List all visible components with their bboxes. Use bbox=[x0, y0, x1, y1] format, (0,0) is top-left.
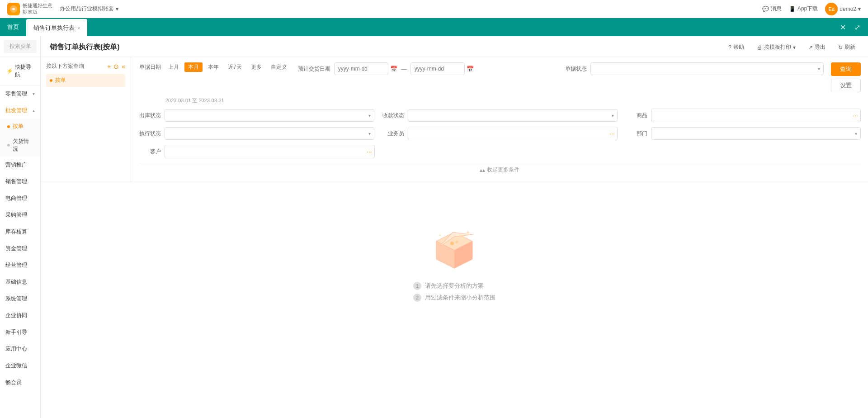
sidebar: 搜索菜单 ⚡ 快捷导航 零售管理 ▾ 批发管理 ▴ 按单 欠货情况 bbox=[0, 36, 41, 418]
scheme-collapse-btn[interactable]: « bbox=[122, 63, 125, 70]
print-btn[interactable]: 🖨 按模板打印 ▾ bbox=[753, 42, 799, 53]
expected-date-end[interactable] bbox=[410, 62, 465, 75]
print-icon: 🖨 bbox=[757, 44, 762, 51]
salesman-label: 业务员 bbox=[382, 130, 404, 138]
sidebar-item-quick-nav[interactable]: ⚡ 快捷导航 bbox=[3, 61, 38, 81]
tip-num-2: 2 bbox=[413, 294, 421, 302]
page-actions: ? 帮助 🖨 按模板打印 ▾ ↗ 导出 ↻ 刷新 bbox=[725, 42, 859, 53]
department-select[interactable] bbox=[651, 127, 861, 140]
period-more[interactable]: 更多 bbox=[247, 62, 265, 72]
refresh-icon: ↻ bbox=[838, 44, 843, 51]
sidebar-search-area: 搜索菜单 bbox=[0, 36, 40, 57]
status-select[interactable] bbox=[590, 62, 824, 75]
empty-tip-1: 1 请先选择要分析的方案 bbox=[413, 282, 495, 290]
sidebar-item-marketing[interactable]: 营销推广 bbox=[0, 157, 40, 173]
user-menu[interactable]: Ea demo2 ▾ bbox=[825, 3, 861, 15]
search-menu-btn[interactable]: 搜索菜单 bbox=[4, 40, 37, 53]
filters-main: 单据日期 上月 本月 本年 近7天 更多 自定义 bbox=[131, 57, 868, 182]
sidebar-item-purchase[interactable]: 采购管理 bbox=[0, 207, 40, 223]
content-inner: 销售订单执行表(按单) ? 帮助 🖨 按模板打印 ▾ ↗ 导出 bbox=[41, 36, 868, 418]
sidebar-item-app-center[interactable]: 应用中心 bbox=[0, 341, 40, 357]
exec-status-label: 执行状态 bbox=[138, 130, 161, 138]
customer-dots-icon[interactable]: ··· bbox=[367, 148, 372, 155]
query-btn[interactable]: 查询 bbox=[831, 62, 861, 76]
scheme-item-by-order[interactable]: 按单 bbox=[46, 74, 125, 87]
message-btn[interactable]: 💬 消息 bbox=[762, 5, 782, 13]
sidebar-item-system[interactable]: 系统管理 bbox=[0, 290, 40, 307]
export-btn[interactable]: ↗ 导出 bbox=[805, 42, 829, 53]
calendar-start-icon[interactable]: 📅 bbox=[390, 66, 397, 72]
sidebar-item-wechat[interactable]: 企业微信 bbox=[0, 357, 40, 374]
tab-bar: 首页 销售订单执行表 × ✕ ⤢ bbox=[0, 18, 868, 36]
scheme-copy-btn[interactable]: ⊙ bbox=[113, 63, 119, 70]
period-this-year[interactable]: 本年 bbox=[204, 62, 222, 72]
logo-area: 畅捷通好生意 标准版 bbox=[7, 3, 52, 15]
tab-close-icon[interactable]: × bbox=[77, 25, 80, 31]
company-selector[interactable]: 办公用品行业模拟账套 ▾ bbox=[56, 3, 122, 14]
company-selector-arrow: ▾ bbox=[116, 6, 118, 12]
scheme-panel: 按以下方案查询 + ⊙ « 按单 bbox=[41, 57, 131, 182]
sidebar-item-newbie[interactable]: 新手引导 bbox=[0, 324, 40, 341]
tab-bar-actions: ✕ ⤢ bbox=[837, 22, 868, 33]
svg-point-5 bbox=[450, 242, 454, 245]
sidebar-item-finance[interactable]: 资金管理 bbox=[0, 240, 40, 257]
sidebar-item-retail[interactable]: 零售管理 ▾ bbox=[0, 86, 40, 102]
salesman-dots-icon[interactable]: ··· bbox=[609, 130, 615, 137]
empty-tip-2: 2 用过滤条件来缩小分析范围 bbox=[413, 294, 495, 302]
sidebar-item-sales[interactable]: 销售管理 bbox=[0, 173, 40, 190]
tab-maximize-btn[interactable]: ⤢ bbox=[852, 22, 863, 33]
collapse-btn[interactable]: ▴▴ 收起更多条件 bbox=[138, 163, 861, 176]
help-btn[interactable]: ? 帮助 bbox=[725, 42, 748, 53]
svg-point-6 bbox=[455, 241, 458, 243]
date-period-buttons: 上月 本月 本年 近7天 更多 自定义 bbox=[165, 62, 291, 72]
product-dots-icon[interactable]: ··· bbox=[853, 112, 858, 119]
scheme-actions: + ⊙ « bbox=[107, 63, 125, 70]
tab-close-window-btn[interactable]: ✕ bbox=[837, 22, 848, 33]
exec-status-select[interactable] bbox=[165, 127, 374, 140]
date-label: 单据日期 bbox=[138, 63, 161, 71]
sidebar-item-enterprise[interactable]: 企业协同 bbox=[0, 307, 40, 324]
period-custom[interactable]: 自定义 bbox=[267, 62, 291, 72]
delivery-status-wrapper bbox=[165, 109, 374, 122]
scheme-active-dot bbox=[50, 79, 52, 82]
settings-btn[interactable]: 设置 bbox=[831, 79, 861, 92]
sidebar-item-ecommerce[interactable]: 电商管理 bbox=[0, 190, 40, 207]
sidebar-item-basic-info[interactable]: 基础信息 bbox=[0, 274, 40, 290]
sidebar-submenu-wholesale: 按单 欠货情况 bbox=[0, 119, 40, 157]
sidebar-submenu-item-backorder[interactable]: 欠货情况 bbox=[0, 134, 40, 157]
header-right: 💬 消息 📱 App下载 Ea demo2 ▾ bbox=[762, 3, 861, 15]
export-icon: ↗ bbox=[808, 44, 813, 51]
app-download-btn[interactable]: 📱 App下载 bbox=[789, 5, 818, 13]
period-last-month[interactable]: 上月 bbox=[165, 62, 183, 72]
sidebar-submenu-item-by-order[interactable]: 按单 bbox=[0, 119, 40, 134]
top-header: 畅捷通好生意 标准版 办公用品行业模拟账套 ▾ 💬 消息 📱 App下载 Ea … bbox=[0, 0, 868, 18]
product-label: 商品 bbox=[625, 112, 647, 119]
quick-nav-icon: ⚡ bbox=[6, 68, 13, 74]
salesman-input[interactable] bbox=[408, 127, 618, 140]
refresh-btn[interactable]: ↻ 刷新 bbox=[835, 42, 859, 53]
sidebar-item-wholesale[interactable]: 批发管理 ▴ bbox=[0, 102, 40, 119]
period-last-7-days[interactable]: 近7天 bbox=[224, 62, 245, 72]
message-icon: 💬 bbox=[762, 6, 769, 12]
delivery-status-select[interactable] bbox=[165, 109, 374, 122]
filters-section: 按以下方案查询 + ⊙ « 按单 bbox=[41, 57, 868, 182]
tab-active[interactable]: 销售订单执行表 × bbox=[26, 19, 87, 37]
exec-status-wrapper bbox=[165, 127, 374, 140]
page-header: 销售订单执行表(按单) ? 帮助 🖨 按模板打印 ▾ ↗ 导出 bbox=[41, 36, 868, 57]
period-this-month[interactable]: 本月 bbox=[184, 62, 203, 72]
sidebar-item-member[interactable]: 畅会员 bbox=[0, 374, 40, 391]
tab-home[interactable]: 首页 bbox=[0, 18, 26, 36]
expected-date-start[interactable] bbox=[334, 62, 388, 75]
calendar-end-icon[interactable]: 📅 bbox=[467, 66, 474, 72]
user-menu-arrow: ▾ bbox=[858, 6, 861, 12]
product-input[interactable] bbox=[651, 109, 861, 122]
sidebar-item-operations[interactable]: 经营管理 bbox=[0, 257, 40, 274]
collapse-chevron-icon: ▴▴ bbox=[480, 167, 485, 173]
expected-date-group: 📅 — 📅 bbox=[334, 62, 474, 75]
app-logo-icon bbox=[7, 3, 20, 15]
customer-input[interactable] bbox=[165, 145, 375, 158]
payment-status-select[interactable] bbox=[408, 109, 618, 122]
sidebar-item-inventory[interactable]: 库存核算 bbox=[0, 223, 40, 240]
app-download-icon: 📱 bbox=[789, 6, 796, 12]
scheme-add-btn[interactable]: + bbox=[107, 63, 111, 70]
